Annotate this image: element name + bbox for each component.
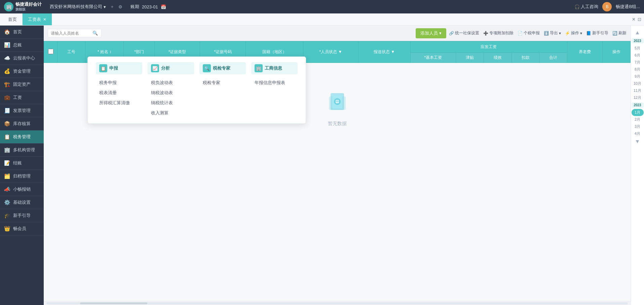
sidebar-item-settings[interactable]: ⚙️ 基础设置: [0, 196, 44, 209]
sidebar-item-ledger[interactable]: 📊 总账: [0, 39, 44, 52]
menu-tax-expert[interactable]: 税检专家: [199, 78, 246, 88]
menu-tax-statistics[interactable]: 纳税统计表: [148, 98, 194, 108]
dropdown-col-declaration: 📋 申报 税务申报 税表清册 所得税汇算清缴: [93, 62, 145, 118]
tab-home-label: 首页: [8, 16, 17, 23]
settings-sidebar-icon: ⚙️: [4, 199, 10, 205]
timeline-month-2[interactable]: 2月: [632, 116, 644, 123]
headset-icon: 🎧: [574, 4, 580, 9]
add-person-label: 添加人员: [420, 30, 438, 36]
timeline-month-5[interactable]: 5月: [632, 45, 644, 52]
timeline-month-11[interactable]: 11月: [632, 87, 644, 94]
scroll-thumb[interactable]: [80, 302, 147, 304]
sidebar-item-assets[interactable]: 🏗️ 固定资产: [0, 78, 44, 91]
analysis-col-icon: 📈: [151, 64, 159, 72]
timeline-month-4[interactable]: 4月: [632, 130, 644, 137]
action-operation[interactable]: ⚡ 操作 ▾: [565, 30, 582, 36]
content-area: 🔍 添加人员 ▾ 🔗 统一社保设置 ➕ 专项附加扣除 📄 个税申报: [44, 26, 631, 305]
support-btn[interactable]: 🎧 人工咨询: [574, 4, 598, 10]
menu-tax-burden-fluctuation[interactable]: 税负波动表: [148, 78, 194, 88]
business-col-icon: 🏢: [255, 64, 263, 72]
sidebar-item-fund[interactable]: 💰 资金管理: [0, 65, 44, 78]
tab-restore-icon[interactable]: ⊡: [638, 17, 641, 22]
special-deduction-icon: ➕: [483, 31, 488, 36]
top-right: 🎧 人工咨询 B 畅捷通B组...: [574, 2, 640, 11]
th-checkbox[interactable]: [44, 41, 58, 63]
bottom-scrollbar[interactable]: [44, 301, 631, 305]
menu-income-estimate[interactable]: 收入测算: [148, 108, 194, 118]
tab-close-all-icon[interactable]: ✕: [632, 17, 636, 22]
search-input[interactable]: [51, 31, 91, 36]
calendar-icon[interactable]: 📅: [161, 4, 166, 9]
sidebar-item-salary[interactable]: 💼 工资: [0, 91, 44, 104]
archive-icon: 🗂️: [4, 173, 10, 179]
close-books-icon: 📝: [4, 160, 10, 166]
menu-annual-report[interactable]: 年报信息申报表: [251, 78, 298, 88]
settings-icon[interactable]: ⚙: [118, 4, 122, 9]
timeline-month-10[interactable]: 10月: [632, 80, 644, 87]
top-bar: 🏢 畅捷通好会计 旗舰版 西安虾米网络科技有限公司 ▾ ＋ ⚙ 账期 2023-…: [0, 0, 644, 13]
action-social-insurance[interactable]: 🔗 统一社保设置: [449, 30, 479, 36]
sidebar-label-member: 畅会员: [13, 226, 26, 232]
add-company-icon[interactable]: ＋: [110, 4, 114, 10]
sidebar-item-guide[interactable]: 🎓 新手引导: [0, 209, 44, 222]
tab-bar: 首页 工资表 ✕ ✕ ⊡: [0, 13, 644, 26]
guide-toolbar-icon: 📘: [586, 31, 591, 36]
period-label: 账期: [130, 4, 139, 10]
timeline-month-6[interactable]: 6月: [632, 52, 644, 59]
add-person-button[interactable]: 添加人员 ▾: [416, 28, 446, 38]
tab-salary[interactable]: 工资表 ✕: [23, 13, 52, 25]
action-export[interactable]: ⬇️ 导出 ▾: [544, 30, 561, 36]
sidebar-item-archive[interactable]: 🗂️ 归档管理: [0, 170, 44, 183]
sidebar-item-close[interactable]: 📝 结账: [0, 157, 44, 170]
svg-rect-4: [336, 100, 339, 103]
timeline-nav-up[interactable]: ▲: [634, 28, 642, 37]
sidebar-item-invoice[interactable]: 🧾 发票管理: [0, 104, 44, 117]
timeline-month-8[interactable]: 8月: [632, 66, 644, 73]
menu-tax-clearance[interactable]: 税表清册: [96, 88, 142, 98]
timeline-month-3[interactable]: 3月: [632, 123, 644, 130]
menu-tax-fluctuation[interactable]: 纳税波动表: [148, 88, 194, 98]
action-tax-declaration[interactable]: 📄 个税申报: [518, 30, 540, 36]
menu-income-tax-settle[interactable]: 所得税汇算清缴: [96, 98, 142, 108]
tab-home[interactable]: 首页: [3, 13, 23, 25]
tax-declaration-icon: 📄: [518, 31, 523, 36]
sidebar-label-close: 结账: [13, 160, 22, 166]
timeline-current-year: 2023: [632, 103, 644, 108]
select-all-checkbox[interactable]: [48, 49, 53, 54]
timeline-month-1-active[interactable]: 1月: [632, 109, 644, 116]
timeline-month-9[interactable]: 9月: [632, 73, 644, 80]
sidebar-item-expense[interactable]: 📣 小畅报销: [0, 183, 44, 196]
th-allowance: 津贴: [456, 53, 484, 63]
dropdown-col-analysis: 📈 分析 税负波动表 纳税波动表 纳税统计表 收入测算: [145, 62, 197, 118]
tab-close-icon[interactable]: ✕: [43, 17, 46, 22]
company-selector[interactable]: 西安虾米网络科技有限公司 ▾: [50, 4, 106, 10]
sidebar-item-tax[interactable]: 📋 税务管理: [0, 130, 44, 144]
timeline-month-12[interactable]: 12月: [632, 94, 644, 101]
sidebar-item-multi[interactable]: 🏢 多机构管理: [0, 144, 44, 157]
scroll-track: [46, 302, 628, 304]
period-value: 2023-01: [142, 4, 158, 9]
timeline-nav-down[interactable]: ▼: [634, 137, 642, 146]
operation-icon: ⚡: [565, 31, 570, 36]
sidebar-label-settings: 基础设置: [13, 199, 31, 205]
th-total: 合计: [539, 53, 567, 63]
action-label-5: 操作: [571, 30, 579, 36]
dropdown-menu: 📋 申报 税务申报 税表清册 所得税汇算清缴 📈 分析 税负波动表 纳税波动表 …: [87, 56, 306, 124]
action-special-deduction[interactable]: ➕ 专项附加扣除: [483, 30, 514, 36]
logo-icon: 🏢: [4, 2, 13, 11]
menu-tax-declaration[interactable]: 税务申报: [96, 78, 142, 88]
sidebar-item-home[interactable]: 🏠 首页: [0, 26, 44, 39]
sidebar-item-inventory[interactable]: 📦 库存核算: [0, 117, 44, 130]
support-label: 人工咨询: [581, 4, 598, 10]
search-icon[interactable]: 🔍: [92, 31, 98, 36]
action-refresh[interactable]: 🔄 刷新: [612, 30, 627, 36]
th-base-salary: *基本工资: [410, 53, 456, 63]
th-payroll: 应发工资: [410, 41, 567, 53]
assets-icon: 🏗️: [4, 81, 10, 87]
invoice-icon: 🧾: [4, 108, 10, 114]
sidebar-item-cloud[interactable]: ☁️ 云报表中心: [0, 52, 44, 65]
business-title: 工商信息: [265, 65, 282, 71]
action-guide[interactable]: 📘 新手引导: [586, 30, 608, 36]
timeline-month-7[interactable]: 7月: [632, 59, 644, 66]
sidebar-item-member[interactable]: 👑 畅会员: [0, 222, 44, 235]
